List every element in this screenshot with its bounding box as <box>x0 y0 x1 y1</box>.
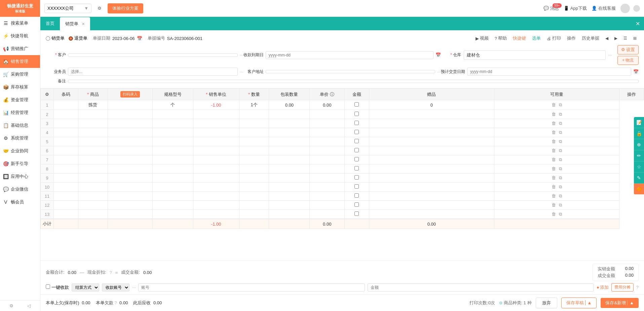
gift-checkbox[interactable] <box>354 166 359 170</box>
copy-icon[interactable]: ⧉ <box>559 102 562 107</box>
row-pack-qty[interactable] <box>239 210 269 219</box>
sidebar-item-operations[interactable]: 📊经营管理 <box>0 106 40 119</box>
row-product[interactable] <box>78 201 108 210</box>
tab-home[interactable]: 首页 <box>40 17 60 30</box>
select-btn[interactable]: 选单 <box>530 34 543 42</box>
notes-input[interactable] <box>68 80 639 83</box>
row-spec[interactable] <box>108 137 152 146</box>
sidebar-item-system[interactable]: ⚙系统管理 <box>0 132 40 145</box>
sidebar-item-member[interactable]: V畅会员 <box>0 196 40 208</box>
row-product[interactable] <box>78 164 108 173</box>
row-gift[interactable] <box>345 192 369 201</box>
delete-icon[interactable]: 🗑 <box>552 139 556 144</box>
sidebar-item-sales[interactable]: 🏠销售管理 <box>0 55 40 68</box>
float-btn-5[interactable]: ☆ <box>634 161 644 172</box>
save-draft-arrow[interactable]: ▲ <box>585 300 592 305</box>
warehouse-input[interactable]: 建材仓 <box>464 50 605 60</box>
customer-dots[interactable]: ··· <box>240 52 243 57</box>
settings-icon[interactable]: ⚙ <box>95 4 104 13</box>
row-amount[interactable] <box>310 137 345 146</box>
row-gift[interactable] <box>345 119 369 128</box>
row-gift[interactable] <box>345 183 369 192</box>
row-unit[interactable] <box>152 137 193 146</box>
row-amount[interactable] <box>310 192 345 201</box>
row-spec[interactable] <box>108 164 152 173</box>
delete-icon[interactable]: 🗑 <box>552 184 556 189</box>
trial-button[interactable]: 体验行业方案 <box>108 3 143 13</box>
row-unit[interactable] <box>152 128 193 137</box>
float-btn-3[interactable]: ⊕ <box>634 139 644 150</box>
row-price[interactable] <box>269 183 310 192</box>
row-amount[interactable] <box>310 164 345 173</box>
row-qty[interactable] <box>193 110 239 119</box>
row-gift[interactable] <box>345 201 369 210</box>
sidebar-item-finance[interactable]: 💰资金管理 <box>0 93 40 106</box>
row-amount[interactable] <box>310 110 345 119</box>
video-btn[interactable]: ▶ 视频 <box>473 34 491 42</box>
expense-btn[interactable]: 费用分摊 <box>611 283 634 291</box>
row-qty[interactable] <box>193 210 239 219</box>
radio-sales-input[interactable] <box>46 36 50 41</box>
gift-checkbox[interactable] <box>354 130 359 134</box>
row-barcode[interactable] <box>54 128 78 137</box>
delete-icon[interactable]: 🗑 <box>552 202 556 207</box>
amount-input[interactable] <box>368 283 594 291</box>
row-price[interactable]: 0.00 <box>269 100 310 110</box>
row-qty[interactable] <box>193 201 239 210</box>
copy-icon[interactable]: ⧉ <box>559 148 562 153</box>
copy-icon[interactable]: ⧉ <box>559 211 562 217</box>
float-btn-1[interactable]: 📝 <box>634 117 644 128</box>
row-gift[interactable] <box>345 100 369 110</box>
save-new-arrow[interactable]: ▲ <box>627 300 634 305</box>
delete-icon[interactable]: 🗑 <box>552 102 556 107</box>
copy-icon[interactable]: ⧉ <box>559 202 562 207</box>
copy-icon[interactable]: ⧉ <box>559 130 562 135</box>
row-spec[interactable] <box>108 201 152 210</box>
sidebar-item-appstore[interactable]: 🔲应用中心 <box>0 170 40 183</box>
list-view-btn[interactable]: ☰ <box>621 35 629 42</box>
sidebar-item-wechat[interactable]: 💬企业微信 <box>0 183 40 196</box>
row-qty[interactable] <box>193 192 239 201</box>
gift-checkbox[interactable] <box>354 112 359 116</box>
row-pack-qty[interactable] <box>239 183 269 192</box>
row-spec[interactable] <box>108 110 152 119</box>
row-product[interactable] <box>78 183 108 192</box>
row-barcode[interactable] <box>54 119 78 128</box>
row-barcode[interactable] <box>54 100 78 110</box>
row-qty[interactable] <box>193 128 239 137</box>
copy-icon[interactable]: ⧉ <box>559 139 562 144</box>
addr-dots[interactable]: ··· <box>437 69 441 74</box>
row-price[interactable] <box>269 119 310 128</box>
print-btn[interactable]: 🖨 打印 <box>545 34 563 42</box>
product-type-icon[interactable]: ⊙ <box>499 300 502 305</box>
tab-bar-close-btn[interactable]: ✕ <box>636 21 640 27</box>
row-product[interactable] <box>78 155 108 164</box>
due-date-input[interactable] <box>266 51 434 59</box>
row-pack-qty[interactable]: 1个 <box>239 100 269 110</box>
row-product[interactable] <box>78 119 108 128</box>
col-scan[interactable]: 扫码录入 <box>108 89 152 100</box>
one-click-pay-check[interactable]: 一键收款 <box>46 284 69 290</box>
account-dots[interactable]: ··· <box>132 285 136 290</box>
row-qty[interactable] <box>193 146 239 155</box>
tab-sales-order[interactable]: 销货单 ✕ <box>60 17 90 31</box>
copy-icon[interactable]: ⧉ <box>559 175 562 180</box>
user-avatar[interactable] <box>620 4 630 13</box>
scan-btn[interactable]: 扫码录入 <box>120 91 140 98</box>
row-pack-qty[interactable] <box>239 173 269 183</box>
gift-checkbox[interactable] <box>354 175 359 180</box>
row-spec[interactable] <box>108 128 152 137</box>
row-price[interactable] <box>269 210 310 219</box>
copy-icon[interactable]: ⧉ <box>559 166 562 171</box>
row-gift[interactable] <box>345 173 369 183</box>
row-qty[interactable]: -1.00 <box>193 100 239 110</box>
row-amount[interactable] <box>310 201 345 210</box>
radio-return-input[interactable] <box>69 36 73 41</box>
float-btn-6[interactable]: ✎ <box>634 172 644 184</box>
customer-addr-input[interactable] <box>266 70 435 73</box>
app-download-btn[interactable]: 📱 App下载 <box>564 5 587 11</box>
row-barcode[interactable] <box>54 183 78 192</box>
gift-checkbox[interactable] <box>354 211 359 216</box>
float-btn-2[interactable]: 🔒 <box>634 128 644 139</box>
row-unit[interactable] <box>152 110 193 119</box>
